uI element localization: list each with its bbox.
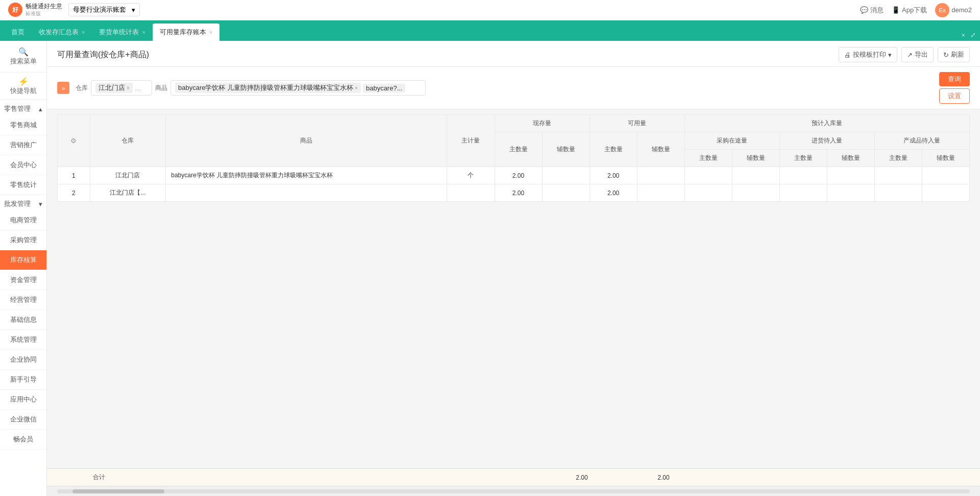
sidebar-item-marketing[interactable]: 营销推广 [0, 135, 46, 155]
ecommerce-label: 电商管理 [10, 216, 37, 225]
product-tag-1-close[interactable]: × [355, 85, 358, 91]
tab-available-label: 可用量库存账本 [160, 28, 206, 37]
th-available-main: 主数量 [590, 132, 637, 167]
marketing-label: 营销推广 [10, 140, 37, 150]
th-settings[interactable]: ⚙ [58, 115, 90, 167]
app-download-button[interactable]: 📱 App下载 [892, 6, 927, 15]
top-bar: 好 畅捷通好生意 标准版 母婴行业演示账套 ▾ 💬 消息 📱 App下载 Ea … [0, 0, 980, 20]
product-tag-1: babycare学饮杯 儿童防摔防撞吸管杯重力球吸嘴杯宝宝水杯 × [175, 83, 361, 93]
sidebar-item-operation[interactable]: 经营管理 [0, 290, 46, 310]
sidebar-item-retail-shop[interactable]: 零售商城 [0, 115, 46, 135]
sidebar-item-vip[interactable]: 畅会员 [0, 430, 46, 450]
refresh-button[interactable]: ↻ 刷新 [938, 47, 970, 62]
export-icon: ↗ [907, 51, 913, 59]
sidebar-item-member[interactable]: 会员中心 [0, 155, 46, 175]
th-incoming-aux: 辅数量 [827, 150, 874, 167]
warehouse-more-dots[interactable]: … [135, 84, 141, 92]
print-icon: 🖨 [844, 51, 851, 59]
footer-incoming-aux [847, 474, 888, 481]
industry-select[interactable]: 母婴行业演示账套 ▾ [68, 3, 140, 16]
tab-order-label: 要货单统计表 [99, 28, 139, 37]
cell-available-aux [637, 184, 684, 202]
sidebar-item-wholesale[interactable]: 批发管理 ▾ [0, 195, 46, 210]
retail-stats-label: 零售统计 [10, 180, 37, 190]
logo-text-group: 畅捷通好生意 标准版 [26, 3, 62, 17]
chevron-up-icon: ▴ [39, 105, 42, 113]
inventory-label: 库存核算 [10, 255, 37, 265]
search-menu-label: 搜索菜单 [6, 57, 40, 66]
product-filter-input[interactable]: babycare学饮杯 儿童防摔防撞吸管杯重力球吸嘴杯宝宝水杯 × babyca… [170, 80, 426, 96]
footer-available-aux [684, 474, 725, 481]
cell-incoming-aux [827, 184, 874, 202]
avatar: Ea [935, 3, 949, 17]
sidebar-item-apps[interactable]: 应用中心 [0, 390, 46, 410]
cell-main-unit: 个 [447, 167, 495, 184]
th-available-aux: 辅数量 [637, 132, 684, 167]
search-menu-button[interactable]: 🔍 搜索菜单 [4, 45, 42, 68]
print-chevron-icon: ▾ [888, 51, 892, 59]
sidebar-item-system[interactable]: 系统管理 [0, 330, 46, 350]
warehouse-filter-input[interactable]: 江北门店 × … [91, 80, 152, 96]
sidebar-item-inventory[interactable]: 库存核算 [0, 250, 46, 270]
top-bar-left: 好 畅捷通好生意 标准版 母婴行业演示账套 ▾ [8, 3, 140, 17]
table-settings-icon[interactable]: ⚙ [69, 136, 78, 146]
refresh-icon: ↻ [943, 51, 949, 59]
settings-filter-button[interactable]: 设置 [939, 88, 970, 104]
cell-purchase-main [684, 167, 732, 184]
query-button[interactable]: 查询 [939, 72, 970, 86]
footer-purchase-main [725, 474, 766, 481]
member-label: 会员中心 [10, 160, 37, 170]
sidebar-item-wechat[interactable]: 企业微信 [0, 410, 46, 430]
quick-nav-button[interactable]: ⚡ 快捷导航 [2, 75, 44, 98]
warehouse-filter-label: 仓库 [76, 84, 88, 92]
operation-label: 经营管理 [10, 295, 37, 304]
sidebar-item-retail-management[interactable]: 零售管理 ▴ [0, 100, 46, 115]
th-planned-incoming: 预计入库量 [684, 115, 969, 132]
tab-home[interactable]: 首页 [4, 23, 32, 41]
footer-total-label: 合计 [78, 473, 139, 482]
cell-no: 1 [58, 167, 90, 184]
export-button[interactable]: ↗ 导出 [901, 47, 934, 62]
print-button[interactable]: 🖨 按模板打印 ▾ [839, 47, 897, 62]
th-purchase-aux: 辅数量 [732, 150, 779, 167]
filter-expand-button[interactable]: » [57, 82, 69, 94]
quick-nav-area: ⚡ 快捷导航 [0, 73, 46, 100]
warehouse-tag-text: 江北门店 [99, 83, 125, 92]
sidebar-item-guide[interactable]: 新手引导 [0, 370, 46, 390]
user-menu[interactable]: Ea demo2 [935, 3, 972, 17]
tab-receivable-close[interactable]: × [82, 29, 85, 35]
tab-order-close[interactable]: × [142, 29, 145, 35]
footer-product-aux [929, 474, 970, 481]
horizontal-scrollbar[interactable] [57, 489, 970, 493]
apps-label: 应用中心 [10, 395, 37, 404]
th-incoming-pending: 进货待入量 [779, 132, 874, 150]
chevron-down-icon2: ▾ [39, 200, 42, 208]
cell-no: 2 [58, 184, 90, 202]
cell-available-main: 2.00 [590, 167, 637, 184]
th-current-stock: 现存量 [495, 115, 590, 132]
cell-available-aux [637, 167, 684, 184]
message-button[interactable]: 💬 消息 [860, 6, 884, 15]
scrollbar-thumb[interactable] [72, 489, 164, 493]
close-all-icon[interactable]: × [961, 31, 965, 39]
cell-available-main: 2.00 [590, 184, 637, 202]
sidebar-item-finance[interactable]: 资金管理 [0, 270, 46, 290]
product-filter-label: 商品 [155, 84, 167, 92]
th-current-aux: 辅数量 [542, 132, 590, 167]
tab-available-close[interactable]: × [209, 29, 212, 35]
sidebar-item-enterprise[interactable]: 企业协同 [0, 350, 46, 370]
data-table: ⚙ 仓库 商品 主计量 现存量 可用量 预计入库量 主数量 辅数量 主数量 辅数… [57, 114, 970, 202]
tab-available[interactable]: 可用量库存账本 × [153, 23, 219, 41]
sidebar-item-basic[interactable]: 基础信息 [0, 310, 46, 330]
sidebar-item-retail-stats[interactable]: 零售统计 [0, 175, 46, 195]
table-row: 1 江北门店 babycare学饮杯 儿童防摔防撞吸管杯重力球吸嘴杯宝宝水杯 个… [58, 167, 970, 184]
expand-icon[interactable]: ⤢ [970, 31, 976, 39]
sidebar-item-ecommerce[interactable]: 电商管理 [0, 210, 46, 230]
footer-purchase-aux [766, 474, 806, 481]
sidebar-item-purchase[interactable]: 采购管理 [0, 230, 46, 250]
logo-sub: 标准版 [26, 10, 62, 17]
warehouse-tag-close[interactable]: × [127, 85, 130, 91]
tab-receivable[interactable]: 收发存汇总表 × [32, 23, 92, 41]
tab-order[interactable]: 要货单统计表 × [92, 23, 152, 41]
tab-home-label: 首页 [11, 28, 24, 37]
